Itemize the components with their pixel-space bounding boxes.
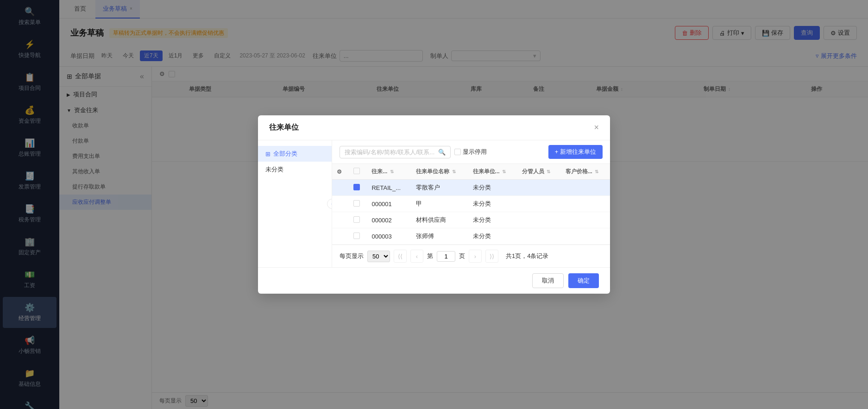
dialog-table-row[interactable]: RETAIL_... 零散客户 未分类 (332, 180, 610, 196)
dialog-close-button[interactable]: × (594, 123, 599, 132)
row-code: RETAIL_... (367, 180, 411, 196)
row-code: 000003 (367, 228, 411, 245)
row-category: 未分类 (468, 196, 517, 212)
dialog-search-box[interactable]: 🔍 (340, 146, 451, 158)
page-end-label: 页 (459, 252, 465, 260)
dialog-col-select (349, 164, 367, 180)
total-label: 共1页，4条记录 (506, 252, 548, 260)
row-price (561, 180, 610, 196)
row-price (561, 228, 610, 245)
row-checkbox[interactable] (349, 180, 367, 196)
cancel-button[interactable]: 取消 (532, 273, 564, 288)
dialog-footer: 取消 确定 (258, 267, 610, 294)
dialog-right: 🔍 显示停用 + 新增往来单位 ⚙ 往来... (332, 140, 610, 267)
row-manager (517, 180, 561, 196)
row-settings (332, 180, 349, 196)
row-name: 材料供应商 (411, 212, 468, 228)
row-name: 甲 (411, 196, 468, 212)
page-label: 第 (427, 252, 433, 260)
dialog-col-code: 往来... ⇅ (367, 164, 411, 180)
row-settings (332, 212, 349, 228)
dialog-table-wrap[interactable]: ⚙ 往来... ⇅ 往来单位名称 ⇅ 往来单位... ⇅ 分管人员 ⇅ 客户价格… (332, 164, 610, 245)
confirm-button[interactable]: 确定 (568, 273, 599, 288)
row-settings (332, 196, 349, 212)
next-page-button[interactable]: › (469, 250, 482, 263)
search-icon: 🔍 (438, 149, 446, 156)
dialog-table: ⚙ 往来... ⇅ 往来单位名称 ⇅ 往来单位... ⇅ 分管人员 ⇅ 客户价格… (332, 164, 610, 245)
dialog-search-input[interactable] (345, 149, 435, 156)
row-code: 000002 (367, 212, 411, 228)
grid-icon: ⊞ (265, 151, 270, 157)
dialog-search-row: 🔍 显示停用 + 新增往来单位 (332, 140, 610, 164)
dialog-left-item-all[interactable]: ⊞ 全部分类 (258, 146, 332, 162)
dialog-col-name: 往来单位名称 ⇅ (411, 164, 468, 180)
dialog-col-settings[interactable]: ⚙ (332, 164, 349, 180)
dialog-body: ⊞ 全部分类 未分类 ‹ 🔍 (258, 140, 610, 267)
dialog-left-item-unclassified[interactable]: 未分类 (258, 162, 332, 177)
row-price (561, 196, 610, 212)
row-code: 000001 (367, 196, 411, 212)
row-category: 未分类 (468, 180, 517, 196)
row-manager (517, 212, 561, 228)
row-category: 未分类 (468, 212, 517, 228)
dialog-select-all-checkbox[interactable] (353, 168, 360, 174)
row-manager (517, 228, 561, 245)
chevron-left-icon: ‹ (331, 201, 332, 207)
dialog-pagination: 每页显示 50 ⟨⟨ ‹ 第 页 › ⟩⟩ 共1页，4条记录 (332, 245, 610, 267)
dialog-header: 往来单位 × (258, 115, 610, 140)
per-page-label: 每页显示 (340, 252, 364, 260)
dialog-title: 往来单位 (269, 123, 299, 132)
row-name: 零散客户 (411, 180, 468, 196)
row-price (561, 212, 610, 228)
current-page-input[interactable] (437, 251, 455, 262)
dialog-table-row[interactable]: 000003 张师傅 未分类 (332, 228, 610, 245)
row-manager (517, 196, 561, 212)
dialog-col-category: 往来单位... ⇅ (468, 164, 517, 180)
first-page-button[interactable]: ⟨⟨ (394, 250, 407, 263)
dialog-col-price: 客户价格... ⇅ (561, 164, 610, 180)
dialog-table-row[interactable]: 000002 材料供应商 未分类 (332, 212, 610, 228)
prev-page-button[interactable]: ‹ (410, 250, 423, 263)
show-disabled-checkbox[interactable] (454, 149, 461, 155)
dialog-overlay: 往来单位 × ⊞ 全部分类 未分类 ‹ (0, 0, 868, 409)
dialog: 往来单位 × ⊞ 全部分类 未分类 ‹ (258, 115, 610, 294)
collapse-left-panel-button[interactable]: ‹ (327, 199, 332, 209)
per-page-select[interactable]: 50 (367, 251, 390, 262)
add-counterpart-button[interactable]: + 新增往来单位 (548, 145, 603, 159)
dialog-left-panel: ⊞ 全部分类 未分类 ‹ (258, 140, 332, 267)
row-checkbox[interactable] (349, 228, 367, 245)
row-checkbox[interactable] (349, 212, 367, 228)
row-checkbox[interactable] (349, 196, 367, 212)
show-disabled-label[interactable]: 显示停用 (454, 148, 487, 156)
last-page-button[interactable]: ⟩⟩ (485, 250, 498, 263)
row-settings (332, 228, 349, 245)
dialog-table-row[interactable]: 000001 甲 未分类 (332, 196, 610, 212)
row-name: 张师傅 (411, 228, 468, 245)
row-category: 未分类 (468, 228, 517, 245)
dialog-col-manager: 分管人员 ⇅ (517, 164, 561, 180)
